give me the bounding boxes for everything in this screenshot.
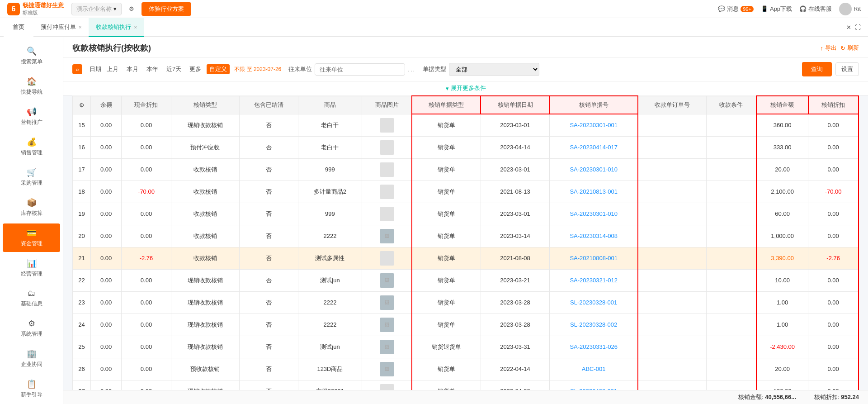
verify-doc-no-link[interactable]: SA-20230301-001 bbox=[570, 122, 618, 128]
tab-home[interactable]: 首页 bbox=[4, 18, 33, 37]
partner-dots: ... bbox=[408, 66, 415, 73]
date-btn-this-month[interactable]: 本月 bbox=[124, 64, 141, 74]
sidebar-item-purchase[interactable]: 🛒 采购管理 bbox=[3, 163, 60, 191]
verify-type: 收款核销 bbox=[171, 203, 239, 225]
include-cleared: 否 bbox=[239, 269, 298, 291]
sidebar-item-marketing[interactable]: 📢 营销推广 bbox=[3, 102, 60, 131]
verify-doc-type: 销货单 bbox=[412, 114, 481, 136]
receipt-condition bbox=[707, 380, 756, 390]
sidebar-item-system[interactable]: ⚙ 系统管理 bbox=[3, 314, 60, 342]
verify-doc-no-link[interactable]: SA-20230331-026 bbox=[570, 343, 618, 350]
product-img-cell: 🖼 bbox=[362, 291, 412, 314]
home-icon: 🏠 bbox=[27, 76, 37, 86]
date-btn-7days[interactable]: 近7天 bbox=[164, 64, 184, 74]
sidebar-label-purchase: 采购管理 bbox=[21, 179, 42, 187]
sidebar-item-inventory[interactable]: 📦 库存核算 bbox=[3, 193, 60, 222]
verify-doc-no-link[interactable]: SA-20230301-010 bbox=[570, 210, 618, 217]
th-verify-doc-date: 核销单据日期 bbox=[481, 96, 549, 114]
company-selector[interactable]: 演示企业名称 ▾ bbox=[71, 3, 122, 15]
tab-maximize-icon[interactable]: ⛶ bbox=[855, 24, 861, 31]
sidebar-item-search-menu[interactable]: 🔍 搜索菜单 bbox=[3, 42, 60, 70]
verify-doc-date: 2021-08-08 bbox=[481, 247, 549, 269]
row-num: 24 bbox=[73, 314, 91, 336]
product: 多计量商品2 bbox=[298, 181, 362, 203]
verify-doc-no-link[interactable]: SA-20230414-017 bbox=[570, 144, 618, 151]
partner-input[interactable] bbox=[315, 63, 405, 76]
th-settings[interactable]: ⚙ bbox=[73, 96, 91, 114]
tab-verify[interactable]: 收款核销执行 × bbox=[89, 18, 144, 37]
verify-doc-no-link[interactable]: SA-20230314-008 bbox=[570, 233, 618, 239]
verify-doc-type: 销货单 bbox=[412, 291, 481, 314]
sidebar-item-enterprise[interactable]: 🏢 企业协同 bbox=[3, 344, 60, 373]
settings-icon[interactable]: ⚙ bbox=[125, 3, 138, 15]
verify-doc-date: 2023-04-08 bbox=[481, 380, 549, 390]
doc-type-select[interactable]: 全部 bbox=[449, 63, 539, 76]
verify-doc-no-cell: SL-20230328-001 bbox=[550, 291, 638, 314]
product-image bbox=[380, 207, 394, 221]
plan-button[interactable]: 体验行业方案 bbox=[142, 2, 191, 16]
product-image bbox=[380, 384, 394, 390]
online-service-item[interactable]: 🎧 在线客服 bbox=[799, 5, 832, 13]
column-settings-icon[interactable]: ⚙ bbox=[79, 102, 85, 109]
filter-collapse-btn[interactable]: » bbox=[72, 64, 82, 74]
product-image: 🖼 bbox=[380, 318, 394, 332]
date-btn-more[interactable]: 更多 bbox=[187, 64, 204, 74]
sidebar-item-finance[interactable]: 💳 资金管理 bbox=[3, 223, 60, 252]
cash-discount: 0.00 bbox=[122, 114, 171, 136]
sidebar-item-quick-nav[interactable]: 🏠 快捷导航 bbox=[3, 72, 60, 100]
verify-doc-date: 2022-04-14 bbox=[481, 358, 549, 380]
cash-discount: 0.00 bbox=[122, 291, 171, 314]
settings-button[interactable]: 设置 bbox=[835, 62, 859, 76]
export-button[interactable]: ↑ 导出 bbox=[821, 44, 837, 52]
verify-doc-no-link[interactable]: SL-20230328-001 bbox=[570, 299, 617, 306]
verify-doc-no-link[interactable]: ABC-001 bbox=[582, 366, 606, 372]
verify-doc-no-link[interactable]: SA-20230321-012 bbox=[570, 277, 618, 284]
row-num: 15 bbox=[73, 114, 91, 136]
verify-discount: 0.00 bbox=[808, 314, 859, 336]
th-product: 商品 bbox=[298, 96, 362, 114]
filter-bar: » 日期 上月 本月 本年 近7天 更多 自定义 不限 至 2023-07-26… bbox=[63, 57, 868, 81]
verify-doc-no-link[interactable]: SA-20210813-001 bbox=[570, 188, 618, 195]
verify-doc-date: 2023-03-28 bbox=[481, 291, 549, 314]
message-label: 消息 bbox=[727, 5, 739, 13]
sidebar-item-basic[interactable]: 🗂 基础信息 bbox=[3, 284, 60, 312]
app-download-item[interactable]: 📱 App下载 bbox=[761, 5, 792, 13]
tab-verify-close[interactable]: × bbox=[134, 24, 137, 30]
row-num: 20 bbox=[73, 225, 91, 247]
cash-discount: 0.00 bbox=[122, 336, 171, 358]
tab-close-all-icon[interactable]: ✕ bbox=[846, 24, 851, 31]
tab-prepay[interactable]: 预付冲应付单 × bbox=[33, 18, 89, 37]
message-item[interactable]: 💬 消息 99+ bbox=[718, 5, 754, 13]
expand-button[interactable]: ▾ 展开更多条件 bbox=[446, 84, 486, 92]
user-item[interactable]: Rit bbox=[839, 3, 861, 15]
table-row: 200.000.00收款核销否2222🖼销货单2023-03-14SA-2023… bbox=[73, 225, 859, 247]
date-btn-this-year[interactable]: 本年 bbox=[144, 64, 161, 74]
query-button[interactable]: 查询 bbox=[802, 62, 832, 76]
product-img-cell bbox=[362, 247, 412, 269]
product: 测试jun bbox=[298, 269, 362, 291]
sidebar-item-sales[interactable]: 💰 销售管理 bbox=[3, 133, 60, 161]
receipt-order-no bbox=[638, 380, 707, 390]
search-icon: 🔍 bbox=[27, 46, 37, 56]
verify-doc-no-cell: SL-20230408-001 bbox=[550, 380, 638, 390]
include-cleared: 否 bbox=[239, 114, 298, 136]
tab-prepay-close[interactable]: × bbox=[79, 24, 81, 30]
verify-doc-no-cell: SA-20230301-010 bbox=[550, 158, 638, 181]
verify-doc-no-link[interactable]: SL-20230328-002 bbox=[570, 321, 617, 328]
receipt-condition bbox=[707, 247, 756, 269]
row-num: 27 bbox=[73, 380, 91, 390]
verify-doc-no-link[interactable]: SA-20230301-010 bbox=[570, 166, 618, 173]
verify-doc-type: 销货单 bbox=[412, 358, 481, 380]
table-wrap[interactable]: ⚙ 余额 现金折扣 核销类型 包含已结清 商品 商品图片 核销单据类型 核销单据… bbox=[63, 95, 868, 390]
doc-type-filter-group: 单据类型 全部 bbox=[423, 63, 539, 76]
verify-type: 现销收款核销 bbox=[171, 114, 239, 136]
date-btn-last-month[interactable]: 上月 bbox=[104, 64, 121, 74]
sidebar-item-guide[interactable]: 📋 新手引导 bbox=[3, 375, 60, 403]
refresh-button[interactable]: ↻ 刷新 bbox=[840, 44, 859, 52]
date-btn-custom[interactable]: 自定义 bbox=[207, 64, 230, 74]
system-icon: ⚙ bbox=[28, 318, 35, 328]
verify-type: 收款核销 bbox=[171, 158, 239, 181]
sidebar-label-quick-nav: 快捷导航 bbox=[21, 88, 42, 96]
sidebar-item-operation[interactable]: 📊 经营管理 bbox=[3, 254, 60, 282]
verify-doc-no-link[interactable]: SA-20210808-001 bbox=[570, 255, 618, 261]
